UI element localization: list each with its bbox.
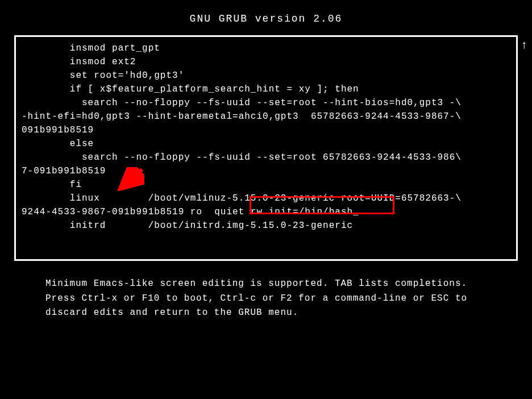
editor-line: set root='hd0,gpt3' [22, 70, 184, 81]
help-text: Minimum Emacs-like screen editing is sup… [45, 279, 467, 318]
editor-line: search --no-floppy --fs-uuid --set=root … [22, 98, 462, 108]
editor-line: insmod part_gpt [22, 43, 160, 53]
editor-content[interactable]: insmod part_gpt insmod ext2 set root='hd… [22, 41, 510, 232]
grub-header: GNU GRUB version 2.06 [0, 0, 532, 35]
editor-line: 091b991b8519 [22, 125, 94, 135]
editor-line: else [22, 139, 94, 149]
editor-line: fi [22, 180, 82, 190]
editor-line: 7-091b991b8519 [22, 166, 106, 176]
grub-editor[interactable]: insmod part_gpt insmod ext2 set root='hd… [14, 35, 518, 261]
editor-line: insmod ext2 [22, 57, 136, 67]
editor-line: initrd /boot/initrd.img-5.15.0-23-generi… [22, 221, 353, 231]
grub-title: GNU GRUB version 2.06 [190, 13, 343, 24]
grub-footer-help: Minimum Emacs-like screen editing is sup… [45, 277, 487, 321]
editor-line: if [ x$feature_platform_search_hint = xy… [22, 84, 359, 94]
editor-line: linux /boot/vmlinuz-5.15.0-23-generic ro… [22, 193, 462, 203]
editor-line: 9244-4533-9867-091b991b8519 ro quiet rw … [22, 207, 359, 217]
scroll-up-indicator: ↑ [521, 37, 528, 54]
editor-line: -hint-efi=hd0,gpt3 --hint-baremetal=ahci… [22, 111, 462, 122]
editor-container: ↑ insmod part_gpt insmod ext2 set root='… [14, 35, 518, 261]
editor-line: search --no-floppy --fs-uuid --set=root … [22, 152, 462, 163]
